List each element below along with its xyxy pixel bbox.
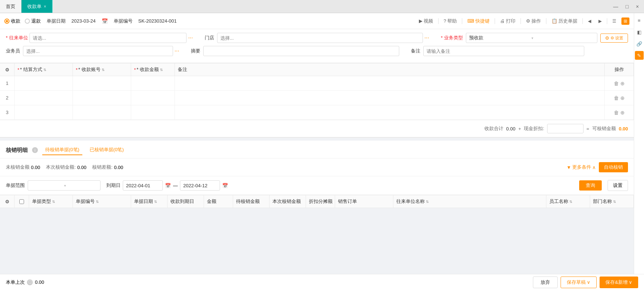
row2-remark[interactable] (175, 91, 605, 105)
row2-amount[interactable] (131, 91, 175, 105)
help-button[interactable]: ? 帮助 (441, 17, 459, 26)
filter-right: ▼ 更多条件 ∧ 自动核销 (566, 162, 628, 172)
history-button[interactable]: 📋 历史单据 (549, 17, 580, 26)
nav-next-button[interactable]: ▶ (596, 17, 604, 25)
row3-delete-icon[interactable]: 🗑 (614, 110, 619, 115)
from-unit-input[interactable] (30, 33, 187, 43)
print-button[interactable]: 🖨 打印 (498, 17, 518, 26)
row3-account[interactable] (73, 105, 131, 119)
sidebar-icon-2[interactable]: ◧ (635, 28, 644, 36)
row1-remark[interactable] (175, 76, 605, 90)
remark-input[interactable] (423, 46, 584, 56)
minimize-button[interactable]: — (611, 3, 620, 10)
bottom-info-icon[interactable]: ⓘ (27, 279, 33, 285)
calendar-end-icon[interactable]: 📅 (222, 183, 228, 188)
business-type-field: * 业务类型 预收款 ▾ ⚙ ⚙ 设置 (441, 33, 628, 43)
chevron-up-icon: ∧ (592, 165, 596, 170)
query-button[interactable]: 查询 (579, 180, 602, 191)
bottom-bar: 本单上次 ⓘ 0.00 放弃 保存草稿 ∨ 保存&新增 ∨ (0, 274, 644, 290)
row1-settle[interactable] (15, 76, 73, 90)
store-input[interactable] (217, 33, 423, 43)
bottom-info: 本单上次 ⓘ 0.00 (6, 279, 44, 286)
from-unit-label: * 往来单位 (6, 35, 28, 41)
sort-icon-amount: ⇅ (160, 68, 163, 72)
sidebar-icon-1[interactable]: ≡ (635, 16, 644, 25)
sub-settings-button[interactable]: 设置 (608, 180, 628, 191)
total-value: 0.00 (506, 126, 515, 132)
nav-prev-button[interactable]: ◀ (586, 17, 593, 25)
settings-button[interactable]: ⚙ ⚙ 设置 (600, 34, 628, 43)
due-date-start-input[interactable] (123, 180, 163, 191)
layout-list-button[interactable]: ☰ (610, 17, 619, 25)
row3-action: 🗑 ⊕ (605, 105, 634, 119)
table-settings-icon[interactable]: ⚙ (0, 63, 15, 76)
row1-account[interactable] (73, 76, 131, 90)
close-window-button[interactable]: × (634, 3, 641, 10)
select-all-checkbox[interactable] (19, 199, 24, 204)
bottom-prefix: 本单上次 (6, 279, 25, 286)
sidebar-icon-4[interactable]: ✎ (635, 51, 644, 60)
sth-dept: 部门名称 ⇅ (590, 195, 634, 208)
more-conditions-label: 更多条件 (572, 164, 591, 171)
tab-close-icon[interactable]: × (44, 4, 46, 9)
staff-input[interactable] (23, 46, 173, 56)
row1-amount[interactable] (131, 76, 175, 90)
sort-type: ⇅ (52, 200, 55, 204)
row3-remark[interactable] (175, 105, 605, 119)
auto-cancel-button[interactable]: 自动核销 (599, 162, 628, 172)
from-unit-more-icon[interactable]: ··· (188, 35, 193, 41)
sidebar-icon-3[interactable]: 🔗 (635, 39, 644, 48)
discount-input[interactable] (547, 124, 584, 133)
abandon-button[interactable]: 放弃 (533, 277, 558, 288)
staff-more-icon[interactable]: ··· (174, 48, 179, 54)
receipt-radio[interactable]: 收款 (4, 18, 20, 24)
calendar-start-icon[interactable]: 📅 (165, 183, 171, 188)
th-account: * * 收款账号 ⇅ (73, 63, 131, 76)
verification-info-icon[interactable]: i (32, 147, 38, 153)
divider6 (582, 18, 583, 24)
done-tab[interactable]: 已核销单据(0笔) (87, 145, 127, 155)
tab-receipt[interactable]: 收款单 × (21, 0, 52, 13)
summary-input[interactable] (203, 46, 399, 56)
save-draft-label: 保存草稿 (567, 279, 586, 286)
save-draft-button[interactable]: 保存草稿 ∨ (561, 277, 597, 288)
row3-amount[interactable] (131, 105, 175, 119)
operation-button[interactable]: ⚙ 操作 (524, 17, 543, 26)
table-row: 2 🗑 ⊕ (0, 91, 634, 105)
range-select[interactable]: ▾ (28, 180, 101, 191)
shortcut-button[interactable]: ⌨ 快捷键 (465, 17, 492, 26)
receipt-radio-dot (4, 19, 9, 24)
tab-home[interactable]: 首页 (0, 0, 21, 13)
sub-table-settings-icon[interactable]: ⚙ (0, 195, 15, 208)
sub-table-check[interactable] (15, 195, 29, 208)
video-button[interactable]: ▶ 视频 (417, 17, 435, 26)
refund-radio[interactable]: 退款 (25, 18, 41, 24)
row-num-3: 3 (0, 105, 15, 119)
history-icon: 📋 (551, 18, 557, 24)
due-date-end-input[interactable] (180, 180, 220, 191)
layout-form-button[interactable]: ⊞ (621, 17, 629, 25)
calendar-icon[interactable]: 📅 (102, 18, 108, 24)
row1-delete-icon[interactable]: 🗑 (614, 81, 619, 86)
th-action: 操作 (605, 63, 634, 76)
settings-label: ⚙ 设置 (610, 35, 623, 41)
row2-delete-icon[interactable]: 🗑 (614, 95, 619, 101)
row3-copy-icon[interactable]: ⊕ (620, 110, 625, 115)
sort-icon-account: ⇅ (102, 68, 105, 72)
maximize-button[interactable]: □ (623, 3, 631, 10)
row1-copy-icon[interactable]: ⊕ (620, 81, 625, 86)
more-conditions-button[interactable]: ▼ 更多条件 ∧ (566, 164, 596, 171)
row2-settle[interactable] (15, 91, 73, 105)
pending-tab[interactable]: 待核销单据(0笔) (42, 145, 82, 155)
row3-settle[interactable] (15, 105, 73, 119)
staff-field: 业务员 ··· (6, 46, 179, 56)
divider2 (462, 18, 462, 24)
sth-pending: 待核销金额 (233, 195, 270, 208)
store-more-icon[interactable]: ··· (424, 35, 429, 41)
business-type-value: 预收款 (469, 35, 532, 41)
row2-copy-icon[interactable]: ⊕ (620, 95, 625, 101)
refund-radio-label: 退款 (31, 18, 41, 24)
save-new-button[interactable]: 保存&新增 ∨ (600, 277, 638, 288)
row2-account[interactable] (73, 91, 131, 105)
business-type-select[interactable]: 预收款 ▾ (466, 33, 597, 43)
